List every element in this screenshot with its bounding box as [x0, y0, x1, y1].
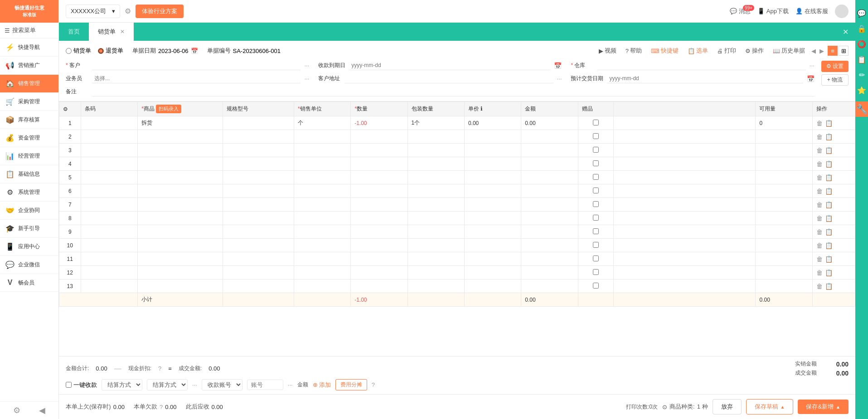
quantity-1[interactable]: -1.00 — [351, 116, 407, 130]
copy-icon[interactable]: 📋 — [825, 188, 833, 195]
copy-icon[interactable]: 📋 — [825, 283, 833, 290]
warehouse-input[interactable]: 建材仓 — [597, 61, 805, 70]
trial-button[interactable]: 体验行业方案 — [136, 5, 184, 18]
customer-addr-input[interactable] — [344, 74, 553, 83]
copy-icon[interactable]: 📋 — [825, 201, 833, 208]
shortcut-btn[interactable]: ⌨ 快捷键 — [648, 45, 681, 56]
save-new-button[interactable]: 保存&新增 ▲ — [798, 400, 849, 414]
sidebar-item-member[interactable]: V 畅会员 — [0, 274, 58, 292]
scan-btn[interactable]: 扫码录入 — [156, 105, 181, 113]
cash-discount-help-icon[interactable]: ? — [158, 365, 161, 372]
sidebar-item-purchase[interactable]: 🛒 采购管理 — [0, 93, 58, 111]
copy-icon-2[interactable]: 📋 — [825, 133, 833, 140]
account-dots[interactable]: ··· — [192, 381, 197, 388]
right-icon-5[interactable]: ✏ — [859, 71, 865, 79]
account-input[interactable] — [247, 380, 283, 390]
expense-help-icon[interactable]: ? — [372, 381, 375, 388]
salesperson-input[interactable] — [92, 74, 301, 83]
gift-checkbox-1[interactable] — [593, 120, 599, 125]
expected-date-calendar-icon[interactable]: 📅 — [807, 75, 815, 82]
right-icon-1[interactable]: 💬 — [857, 9, 866, 18]
user-avatar[interactable] — [835, 5, 849, 18]
abandon-button[interactable]: 放弃 — [713, 399, 742, 414]
due-date-input[interactable] — [349, 61, 550, 70]
account-select[interactable]: 收款账号 — [202, 379, 242, 390]
sidebar-item-quick-nav[interactable]: ⚡ 快捷导航 — [0, 39, 58, 57]
spec-2[interactable] — [223, 130, 294, 144]
message-item[interactable]: 💬 消息 99+ — [730, 7, 751, 15]
print-btn[interactable]: 🖨 打印 — [714, 45, 739, 56]
amount-2[interactable] — [521, 130, 578, 144]
current-owe-help[interactable]: ? — [160, 404, 163, 410]
radio-sales-input[interactable] — [66, 48, 72, 54]
notes-input[interactable] — [92, 87, 815, 96]
delete-icon[interactable]: 🗑 — [816, 188, 823, 195]
logistics-form-btn[interactable]: + 物流 — [821, 74, 849, 86]
view-grid-btn[interactable]: ⊞ — [839, 46, 849, 56]
settings-bottom-icon[interactable]: ⚙ — [13, 405, 20, 415]
copy-icon[interactable]: 📋 — [825, 147, 833, 154]
delete-icon[interactable]: 🗑 — [816, 201, 823, 208]
unit-price-1[interactable]: 0.00 — [464, 116, 521, 130]
quantity-2[interactable] — [351, 130, 407, 144]
sidebar-item-newbie[interactable]: 🎓 新手引导 — [0, 220, 58, 238]
product-2[interactable] — [137, 130, 223, 144]
header-settings-icon[interactable]: ⚙ — [125, 7, 131, 15]
delete-icon-1[interactable]: 🗑 — [816, 120, 823, 127]
sidebar-item-finance[interactable]: 💰 资金管理 — [0, 129, 58, 147]
copy-icon-1[interactable]: 📋 — [825, 120, 833, 127]
radio-return[interactable]: 退货单 — [98, 47, 123, 55]
delete-icon[interactable]: 🗑 — [816, 269, 823, 276]
search-menu[interactable]: ☰ 搜索菜单 — [0, 23, 58, 39]
right-icon-2[interactable]: 🔒 — [857, 24, 866, 33]
history-btn[interactable]: 📖 历史单据 — [770, 45, 808, 56]
account-dots2[interactable]: ··· — [288, 381, 293, 388]
copy-icon[interactable]: 📋 — [825, 255, 833, 263]
delete-icon[interactable]: 🗑 — [816, 147, 823, 154]
help-btn[interactable]: ? 帮助 — [623, 45, 645, 56]
sidebar-item-appcenter[interactable]: 📱 应用中心 — [0, 238, 58, 256]
due-date-calendar-icon[interactable]: 📅 — [554, 62, 562, 69]
spec-1[interactable] — [223, 116, 294, 130]
video-btn[interactable]: ▶ 视频 — [596, 45, 619, 56]
customer-dots[interactable]: ··· — [304, 62, 309, 69]
unit-2[interactable] — [294, 130, 350, 144]
tab-bar-close-icon[interactable]: ✕ — [836, 28, 855, 36]
calendar-icon[interactable]: 📅 — [191, 48, 198, 54]
copy-icon[interactable]: 📋 — [825, 269, 833, 276]
view-list-btn[interactable]: ≡ — [828, 46, 838, 56]
delete-icon[interactable]: 🗑 — [816, 228, 823, 236]
copy-icon[interactable]: 📋 — [825, 242, 833, 249]
expected-date-input[interactable] — [607, 74, 803, 83]
delete-icon[interactable]: 🗑 — [816, 283, 823, 290]
nav-next-icon[interactable]: ▶ — [820, 48, 824, 54]
delete-icon[interactable]: 🗑 — [816, 160, 823, 168]
sidebar-item-wechat[interactable]: 💬 企业微信 — [0, 256, 58, 274]
delete-icon[interactable]: 🗑 — [816, 255, 823, 263]
right-icon-4[interactable]: 📋 — [857, 55, 866, 64]
delete-icon-2[interactable]: 🗑 — [816, 133, 823, 140]
save-draft-button[interactable]: 保存草稿 ▲ — [746, 399, 794, 414]
select-btn[interactable]: 📋 选单 — [685, 45, 711, 56]
gift-1[interactable] — [578, 116, 613, 130]
gift-2[interactable] — [578, 130, 613, 144]
save-draft-chevron-icon[interactable]: ▲ — [781, 405, 785, 409]
add-payment-btn[interactable]: ⊕ 添加 — [313, 381, 331, 389]
tab-home[interactable]: 首页 — [59, 23, 89, 41]
nav-prev-icon[interactable]: ◀ — [811, 48, 816, 54]
pack-qty-1[interactable]: 1个 — [407, 116, 464, 130]
sidebar-item-system[interactable]: ⚙ 系统管理 — [0, 183, 58, 202]
delete-icon[interactable]: 🗑 — [816, 215, 823, 222]
one-click-checkbox[interactable]: 一键收款 — [66, 381, 97, 389]
barcode-1[interactable] — [81, 116, 137, 130]
right-icon-6[interactable]: ⭐ — [857, 86, 866, 95]
copy-icon[interactable]: 📋 — [825, 174, 833, 181]
amount-1[interactable]: 0.00 — [521, 116, 578, 130]
sidebar-item-marketing[interactable]: 📢 营销推广 — [0, 57, 58, 75]
tab-sales-order[interactable]: 销货单 ✕ — [89, 23, 134, 41]
sidebar-item-inventory[interactable]: 📦 库存核算 — [0, 111, 58, 129]
settlement-method-select2[interactable]: 结算方式 — [147, 379, 188, 390]
sidebar-item-operations[interactable]: 📊 经营管理 — [0, 147, 58, 165]
delete-icon[interactable]: 🗑 — [816, 242, 823, 249]
online-service-item[interactable]: 👤 在线客服 — [795, 7, 828, 15]
